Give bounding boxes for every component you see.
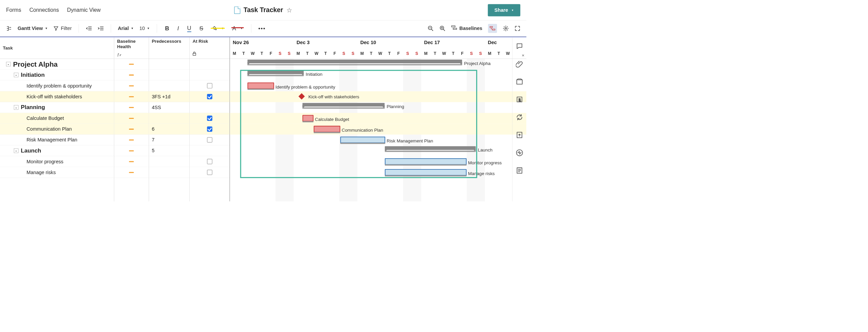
nav-connections[interactable]: Connections	[29, 7, 59, 13]
predecessor-cell[interactable]	[149, 59, 189, 70]
task-bar[interactable]: Manage risks	[385, 169, 467, 175]
collapse-toggle[interactable]: -	[14, 148, 18, 153]
task-cell[interactable]: Communication Plan	[0, 124, 114, 135]
health-cell[interactable]	[114, 113, 149, 124]
zoom-in-button[interactable]	[439, 25, 445, 31]
share-button[interactable]: Share▼	[488, 4, 520, 16]
filter-button[interactable]: Filter	[54, 26, 72, 31]
health-cell[interactable]	[114, 91, 149, 102]
strikethrough-button[interactable]: S	[198, 25, 205, 32]
predecessor-cell[interactable]: 4SS	[149, 102, 189, 113]
risk-cell[interactable]	[190, 113, 229, 124]
col-header-baseline-health[interactable]: Baseline Health ƒ𝑥	[114, 37, 149, 59]
summary-bar[interactable]: Planning	[303, 103, 385, 107]
risk-cell[interactable]	[190, 59, 229, 70]
risk-cell[interactable]	[190, 145, 229, 156]
publish-icon[interactable]	[516, 167, 523, 175]
italic-button[interactable]: I	[176, 25, 180, 32]
hierarchy-button[interactable]	[6, 26, 12, 31]
risk-cell[interactable]	[190, 156, 229, 167]
underline-button[interactable]: U	[186, 25, 193, 32]
task-bar[interactable]: Calculate Budget	[303, 115, 314, 121]
task-bar[interactable]: Monitor progress	[385, 158, 467, 165]
task-bar[interactable]: Communication Plan	[314, 126, 340, 132]
risk-cell[interactable]	[190, 70, 229, 80]
task-cell[interactable]: Monitor progress	[0, 156, 114, 167]
at-risk-checkbox[interactable]	[207, 83, 212, 89]
font-family-select[interactable]: Arial▼	[118, 26, 134, 31]
task-cell[interactable]: Calculate Budget	[0, 113, 114, 124]
risk-cell[interactable]	[190, 124, 229, 135]
task-cell[interactable]: -Planning	[0, 102, 114, 113]
health-cell[interactable]	[114, 167, 149, 178]
predecessor-cell[interactable]: 3FS +1d	[149, 91, 189, 102]
baselines-button[interactable]: Baselines	[451, 25, 482, 31]
predecessor-cell[interactable]	[149, 80, 189, 91]
gantt-panel[interactable]: Nov 26Dec 3Dec 10Dec 17Dec MTWTFSSMTWTFS…	[230, 37, 526, 201]
attachments-icon[interactable]	[516, 60, 523, 68]
at-risk-checkbox[interactable]	[207, 159, 212, 164]
milestone-marker[interactable]	[299, 93, 305, 100]
fill-color-button[interactable]: ▼	[210, 26, 225, 31]
task-bar[interactable]: Identify problem & opportunity	[247, 82, 274, 89]
health-cell[interactable]	[114, 135, 149, 145]
critical-path-button[interactable]	[488, 24, 497, 33]
bold-button[interactable]: B	[164, 25, 170, 32]
collapse-toggle[interactable]: -	[14, 105, 18, 109]
collapse-toggle[interactable]: -	[14, 73, 18, 77]
health-cell[interactable]	[114, 145, 149, 156]
predecessor-cell[interactable]: 6	[149, 124, 189, 135]
risk-cell[interactable]	[190, 167, 229, 178]
zoom-out-button[interactable]	[428, 25, 434, 31]
favorite-button[interactable]: ☆	[286, 6, 292, 14]
risk-cell[interactable]	[190, 91, 229, 102]
health-cell[interactable]	[114, 70, 149, 80]
at-risk-checkbox[interactable]	[207, 94, 212, 99]
health-cell[interactable]	[114, 102, 149, 113]
health-cell[interactable]	[114, 59, 149, 70]
task-cell[interactable]: Risk Management Plan	[0, 135, 114, 145]
nav-dynamic-view[interactable]: Dynamic View	[67, 7, 101, 13]
task-cell[interactable]: -Initiation	[0, 70, 114, 80]
task-cell[interactable]: -Project Alpha	[0, 59, 114, 70]
collapse-toggle[interactable]: -	[6, 62, 10, 66]
health-cell[interactable]	[114, 156, 149, 167]
upload-icon[interactable]	[516, 131, 523, 139]
col-header-task[interactable]: Task	[0, 37, 114, 59]
col-header-predecessors[interactable]: Predecessors	[149, 37, 189, 59]
predecessor-cell[interactable]	[149, 167, 189, 178]
more-button[interactable]: •••	[258, 25, 266, 32]
at-risk-checkbox[interactable]	[207, 137, 212, 143]
proof-icon[interactable]	[516, 78, 523, 86]
fullscreen-button[interactable]	[515, 26, 520, 31]
summary-bar[interactable]: Launch	[385, 146, 476, 150]
predecessor-cell[interactable]: 7	[149, 135, 189, 145]
task-cell[interactable]: -Launch	[0, 145, 114, 156]
at-risk-checkbox[interactable]	[207, 115, 212, 121]
brandfolder-icon[interactable]	[516, 96, 523, 104]
view-switcher[interactable]: Gantt View▼	[18, 26, 48, 31]
risk-cell[interactable]	[190, 80, 229, 91]
task-cell[interactable]: Identify problem & opportunity	[0, 80, 114, 91]
task-cell[interactable]: Manage risks	[0, 167, 114, 178]
col-header-at-risk[interactable]: At Risk	[190, 37, 229, 59]
summary-bar[interactable]: Initiation	[247, 70, 304, 74]
predecessor-cell[interactable]	[149, 70, 189, 80]
comments-icon[interactable]	[516, 42, 523, 51]
refresh-icon[interactable]	[516, 113, 523, 122]
at-risk-checkbox[interactable]	[207, 126, 212, 132]
risk-cell[interactable]	[190, 102, 229, 113]
predecessor-cell[interactable]	[149, 156, 189, 167]
risk-cell[interactable]	[190, 135, 229, 145]
predecessor-cell[interactable]	[149, 113, 189, 124]
at-risk-checkbox[interactable]	[207, 170, 212, 175]
settings-button[interactable]	[503, 25, 509, 31]
outdent-button[interactable]	[86, 26, 92, 31]
font-size-select[interactable]: 10▼	[140, 26, 150, 31]
indent-button[interactable]	[98, 26, 104, 31]
task-bar[interactable]: Risk Management Plan	[340, 137, 385, 143]
summary-bar[interactable]: Project Alpha	[247, 60, 462, 63]
health-cell[interactable]	[114, 124, 149, 135]
predecessor-cell[interactable]: 5	[149, 145, 189, 156]
task-cell[interactable]: Kick-off with stakeholders	[0, 91, 114, 102]
